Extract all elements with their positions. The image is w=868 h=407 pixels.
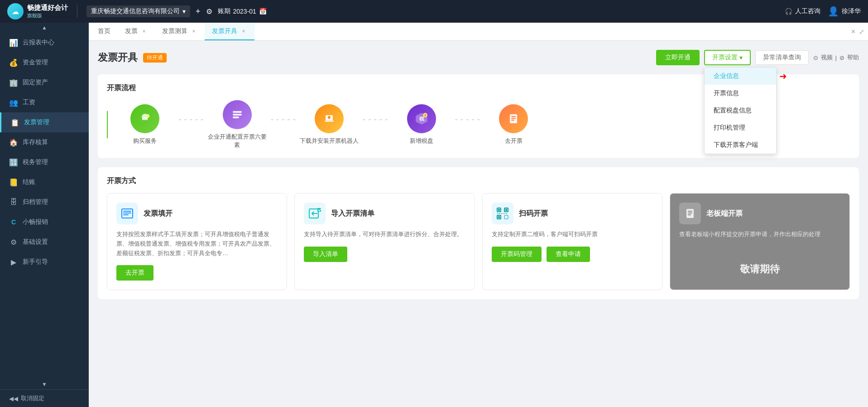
sidebar-item-accounting[interactable]: 📒 结账 [0,172,89,192]
dropdown-tax-config-label: 配置税盘信息 [714,107,752,114]
sidebar-scroll-up[interactable]: ▲ [0,23,89,33]
xiaochang-icon: C [9,218,18,227]
flow-step-configure: 企业开通配置开票六要素 [206,100,269,149]
activate-button[interactable]: 立即开通 [656,50,700,65]
tab-invoice[interactable]: 发票 × [118,23,155,40]
method-fill-header: 发票填开 [116,203,278,224]
archive-icon: 🗄 [9,198,18,207]
method-boss-header: 老板端开票 [679,203,840,224]
logo-area: ☁ 畅捷通好会计 旗舰版 [7,3,68,19]
svg-rect-32 [688,211,692,212]
sidebar-item-xiaochang[interactable]: C 小畅报销 [0,212,89,232]
flow-step-download: 下载并安装开票机器人 [297,104,361,145]
svg-rect-29 [498,216,500,218]
tab-invoice-calc-close[interactable]: × [190,28,197,35]
support-info[interactable]: 🎧 人工咨询 [785,7,820,15]
flow-arrow-4: - - - - - [455,114,480,136]
flow-arrow-2: - - - - - [271,114,296,136]
dropdown-invoice-info-label: 开票信息 [714,89,739,97]
main-area: ▲ 📊 云报表中心 💰 资金管理 🏢 固定资产 👥 工资 📋 发票管理 [0,23,868,407]
sidebar-item-archive[interactable]: 🗄 归档管理 [0,192,89,212]
sidebar-item-capital[interactable]: 💰 资金管理 [0,53,89,73]
method-import-btn[interactable]: 导入清单 [304,247,347,262]
step-divider [107,111,108,138]
dropdown-company-info[interactable]: 企业信息 ➜ [705,68,776,85]
flow-step-configure-icon [223,100,252,129]
dropdown-invoice-info[interactable]: 开票信息 [705,85,776,102]
dropdown-printer[interactable]: 打印机管理 [705,119,776,136]
svg-rect-34 [688,214,691,215]
settings-button-label: 开票设置 [712,53,738,62]
settings-icon[interactable]: ⚙ [206,7,212,16]
tab-expand[interactable]: ⤢ [859,28,864,35]
sidebar-scroll-down[interactable]: ▼ [0,379,89,389]
tab-close-all[interactable]: × [851,28,855,36]
inventory-icon: 🏠 [9,138,18,147]
method-scan-icon [492,203,513,224]
method-card-fill: 发票填开 支持按照发票样式手工填开发票；可开具增值税电子普通发票、增值税普通发票… [107,193,287,290]
sidebar-label-invoice: 发票管理 [24,118,49,126]
sidebar-label-capital: 资金管理 [23,58,48,67]
company-name: 重庆畅捷交通信息咨询有限公司 [91,7,180,15]
headset-icon: 🎧 [785,8,792,15]
tab-home-label: 首页 [98,27,110,35]
user-name: 徐泽华 [842,7,861,15]
sidebar-item-inventory[interactable]: 🏠 库存核算 [0,132,89,152]
method-scan-btn1[interactable]: 开票码管理 [492,247,542,262]
method-fill-btn[interactable]: 去开票 [116,265,153,281]
sidebar-item-settings[interactable]: ⚙ 基础设置 [0,232,89,252]
method-card-scan: 扫码开票 支持定制开票二维码，客户端可扫码开票 开票码管理 查看申请 [482,193,662,290]
settings-sidebar-icon: ⚙ [9,237,18,247]
svg-text:+: + [147,115,149,118]
method-scan-desc: 支持定制开票二维码，客户端可扫码开票 [492,230,653,239]
sidebar-item-invoice[interactable]: 📋 发票管理 [0,112,89,132]
dropdown-download-client[interactable]: 下载开票客户端 [705,136,776,154]
method-scan-btn2[interactable]: 查看申请 [547,247,590,262]
company-selector[interactable]: 重庆畅捷交通信息咨询有限公司 ▾ [86,5,190,17]
tab-invoice-issue-close[interactable]: × [240,28,247,35]
method-card-import: 导入开票清单 支持导入待开票清单，可对待开票清单进行拆分、合并处理。 导入清单 [294,193,475,290]
flow-step-add-tax-label: 新增税盘 [410,137,433,145]
abnormal-button[interactable]: 异常清单查询 [755,50,809,65]
method-boss-icon [679,203,701,224]
flow-step-issue: 去开票 [482,104,545,145]
sidebar-spacer [0,272,89,379]
sidebar-item-fixed-assets[interactable]: 🏢 固定资产 [0,73,89,92]
sidebar-cancel-fixed[interactable]: ◀◀ 取消固定 [0,389,89,407]
settings-button[interactable]: 开票设置 ▾ [704,50,751,65]
sidebar: ▲ 📊 云报表中心 💰 资金管理 🏢 固定资产 👥 工资 📋 发票管理 [0,23,89,407]
calendar-icon[interactable]: 📅 [259,8,267,15]
tab-invoice-issue[interactable]: 发票开具 × [205,23,254,40]
tab-home[interactable]: 首页 [91,23,118,40]
add-button[interactable]: + [196,7,201,16]
period-label: 账期 [218,7,230,15]
video-label[interactable]: 视频 [821,53,833,62]
cancel-pin-icon: ◀◀ [9,395,18,402]
video-help: ⊙ 视频 | ⊘ 帮助 [813,53,859,62]
methods-title: 开票方式 [107,176,850,186]
sidebar-item-guide[interactable]: ▶ 新手引导 [0,252,89,272]
payroll-icon: 👥 [9,98,18,107]
dropdown-tax-config[interactable]: 配置税盘信息 [705,102,776,119]
method-boss-desc: 查看老板端小程序提交的开票申请，并作出相应的处理 [679,230,840,239]
divider [77,5,77,18]
accounting-icon: 📒 [9,178,18,187]
tab-invoice-close[interactable]: × [140,28,148,35]
tab-invoice-calc[interactable]: 发票测算 × [155,23,205,40]
page-header: 发票开具 待开通 立即开通 开票设置 ▾ 企业信息 [98,50,859,65]
flow-step-add-tax: 税+ 新增税盘 [390,104,453,145]
sidebar-item-tax[interactable]: 🔢 税务管理 [0,152,89,172]
user-info[interactable]: 👤 徐泽华 [828,6,861,17]
sidebar-item-payroll[interactable]: 👥 工资 [0,92,89,112]
video-play-icon[interactable]: ⊙ [813,54,818,61]
method-boss-title: 老板端开票 [706,209,743,218]
flow-step-issue-label: 去开票 [505,137,523,145]
settings-dropdown-wrapper: 开票设置 ▾ 企业信息 ➜ 开票信息 [704,50,751,65]
period-value: 2023-01 [233,8,256,15]
flow-step-download-label: 下载并安装开票机器人 [300,137,359,145]
help-label[interactable]: 帮助 [847,53,859,62]
sidebar-item-cloud-report[interactable]: 📊 云报表中心 [0,33,89,53]
svg-rect-30 [504,215,508,219]
svg-rect-18 [123,211,131,212]
tab-invoice-issue-label: 发票开具 [212,27,237,35]
